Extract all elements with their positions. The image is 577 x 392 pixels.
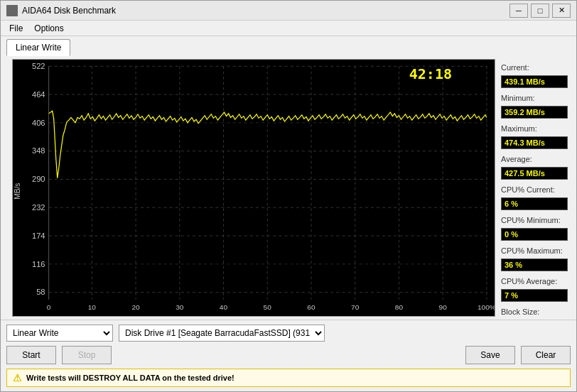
svg-text:40: 40: [220, 303, 228, 310]
cpu-maximum-label: CPU% Maximum:: [501, 246, 568, 255]
svg-text:80: 80: [395, 303, 404, 310]
block-size-label: Block Size:: [501, 307, 568, 316]
minimum-label: Minimum:: [501, 94, 568, 102]
maximize-button[interactable]: □: [531, 4, 549, 18]
warning-icon: ⚠: [13, 372, 22, 383]
side-panel: Current: 439.1 MB/s Minimum: 359.2 MB/s …: [495, 59, 573, 317]
svg-text:30: 30: [176, 303, 184, 310]
minimize-button[interactable]: ─: [509, 4, 528, 18]
bottom-area: Linear Write Linear Read Random Write Ra…: [1, 320, 576, 391]
tab-linear-write[interactable]: Linear Write: [6, 39, 70, 56]
app-icon: [6, 5, 18, 16]
svg-text:464: 464: [32, 90, 45, 98]
chart-svg: 522 464 406 348 290 232 174 116 58 MB/s: [13, 60, 495, 316]
window-title: AIDA64 Disk Benchmark: [22, 6, 116, 16]
save-button[interactable]: Save: [465, 346, 515, 364]
svg-text:522: 522: [32, 62, 45, 70]
warning-bar: ⚠ Write tests will DESTROY ALL DATA on t…: [6, 369, 571, 387]
menu-bar: File Options: [1, 21, 576, 36]
svg-text:290: 290: [32, 175, 45, 183]
minimum-value: 359.2 MB/s: [501, 106, 568, 119]
cpu-minimum-value: 0 %: [501, 228, 568, 241]
warning-text: Write tests will DESTROY ALL DATA on the…: [26, 374, 234, 382]
timer-display: 42:18: [409, 65, 452, 82]
cpu-average-value: 7 %: [501, 289, 568, 302]
test-select[interactable]: Linear Write Linear Read Random Write Ra…: [6, 325, 113, 342]
close-button[interactable]: ✕: [552, 4, 571, 18]
svg-text:232: 232: [32, 203, 45, 211]
chart-area: 42:18 522 464 406 348 290 23: [12, 59, 495, 317]
title-bar: AIDA64 Disk Benchmark ─ □ ✕: [1, 1, 576, 21]
cpu-minimum-label: CPU% Minimum:: [501, 216, 568, 224]
maximum-value: 474.3 MB/s: [501, 136, 568, 149]
maximum-label: Maximum:: [501, 124, 568, 133]
current-label: Current:: [501, 63, 568, 72]
stop-button[interactable]: Stop: [62, 346, 112, 364]
current-value: 439.1 MB/s: [501, 75, 568, 88]
average-label: Average:: [501, 155, 568, 163]
svg-text:348: 348: [32, 147, 45, 155]
cpu-average-label: CPU% Average:: [501, 277, 568, 285]
bottom-controls: Linear Write Linear Read Random Write Ra…: [6, 325, 571, 342]
clear-button[interactable]: Clear: [521, 346, 571, 364]
tab-bar: Linear Write: [1, 36, 576, 56]
svg-text:MB/s: MB/s: [13, 183, 21, 200]
cpu-current-value: 6 %: [501, 197, 568, 210]
svg-text:116: 116: [32, 260, 45, 268]
svg-text:58: 58: [36, 288, 45, 296]
svg-text:10: 10: [88, 303, 97, 310]
svg-text:0: 0: [47, 303, 51, 310]
button-row: Start Stop Save Clear: [6, 346, 571, 364]
main-window: AIDA64 Disk Benchmark ─ □ ✕ File Options…: [0, 0, 577, 392]
svg-text:406: 406: [32, 119, 45, 126]
svg-rect-0: [13, 60, 495, 316]
drive-select[interactable]: Disk Drive #1 [Seagate BarracudaFastSSD]…: [119, 325, 325, 342]
svg-text:50: 50: [264, 303, 272, 310]
menu-options[interactable]: Options: [28, 22, 69, 35]
svg-text:174: 174: [32, 232, 45, 239]
cpu-maximum-value: 36 %: [501, 258, 568, 271]
svg-text:70: 70: [351, 303, 360, 310]
svg-text:20: 20: [131, 303, 140, 310]
start-button[interactable]: Start: [6, 346, 56, 364]
menu-file[interactable]: File: [4, 22, 28, 35]
title-bar-left: AIDA64 Disk Benchmark: [6, 5, 116, 16]
title-buttons: ─ □ ✕: [509, 4, 571, 18]
average-value: 427.5 MB/s: [501, 167, 568, 180]
chart-side-wrapper: 42:18 522 464 406 348 290 23: [1, 56, 576, 320]
svg-text:60: 60: [307, 303, 316, 310]
cpu-current-label: CPU% Current:: [501, 185, 568, 194]
svg-text:100%: 100%: [478, 303, 495, 310]
svg-text:90: 90: [439, 303, 448, 310]
